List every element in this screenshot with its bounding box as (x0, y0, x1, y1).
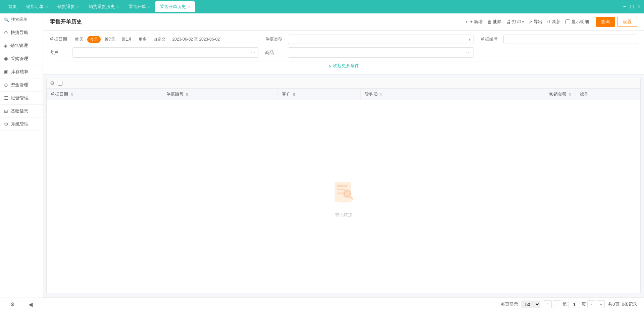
page-input[interactable]: 1 (568, 301, 580, 308)
date-opt-today[interactable]: 今天 (87, 36, 101, 43)
add-icon: ＋ (464, 19, 469, 25)
col-customer: 客户 ⇅ (278, 89, 360, 100)
add-button[interactable]: ＋ + 新增 (464, 19, 483, 25)
sidebar-item-finance-label: 资金管理 (11, 82, 28, 88)
svg-rect-2 (337, 185, 347, 187)
inventory-icon: ▣ (4, 69, 8, 74)
tab-sales-return[interactable]: 销货退货 × (53, 1, 84, 12)
tab-sales-order-label: 销售订单 (26, 4, 44, 10)
window-max-btn[interactable]: □ (630, 4, 634, 10)
sidebar-settings-btn[interactable]: ⚙ (10, 301, 15, 308)
sidebar-item-operations[interactable]: ☰ 经营管理 (0, 92, 43, 105)
bill-type-filter-group: 单据类型 ▾ (265, 35, 474, 44)
tab-retail-history-label: 零售开单历史 (160, 4, 186, 10)
sidebar-collapse-btn[interactable]: ◀ (29, 301, 33, 308)
tab-sales-return-history[interactable]: 销货退货历史 × (84, 1, 124, 12)
export-icon: ↗ (529, 19, 532, 24)
sidebar-item-finance[interactable]: ⊕ 资金管理 (0, 79, 43, 92)
tab-retail-history[interactable]: 零售开单历史 × (155, 1, 195, 12)
purchase-mgmt-icon: ◉ (4, 56, 8, 61)
first-page-btn[interactable]: « (544, 300, 552, 308)
tab-retail-open-label: 零售开单 (129, 4, 146, 10)
sidebar-item-purchase-mgmt[interactable]: ◉ 采购管理 (0, 52, 43, 65)
refresh-icon: ↺ (547, 19, 551, 24)
customer-select[interactable]: ··· (72, 47, 258, 58)
sidebar-search[interactable]: 🔍 搜索采单 (0, 13, 43, 26)
window-close-btn[interactable]: × (638, 4, 641, 10)
sidebar-item-inventory[interactable]: ▣ 库存核算 (0, 65, 43, 79)
date-range-display: 2023-06-02 至 2023-06-02 (172, 37, 219, 42)
select-all-checkbox[interactable] (58, 81, 62, 86)
col-amount: 实销金额 ⇅ (460, 89, 576, 100)
data-table: 单据日期 ⇅ 单据编号 ⇅ 客户 ⇅ 导购员 ⇅ (47, 89, 640, 100)
sidebar: 🔍 搜索采单 ⊙ 快捷导航 ◈ 销售管理 ◉ 采购管理 ▣ 库存核算 ⊕ 资金管… (0, 13, 43, 311)
sidebar-item-system-mgmt-label: 系统管理 (11, 121, 29, 127)
date-opt-yesterday[interactable]: 昨天 (72, 36, 86, 43)
tab-retail-history-close[interactable]: × (188, 4, 190, 9)
export-button[interactable]: ↗ 导出 (529, 19, 542, 25)
empty-state: 暂无数据 (47, 100, 640, 294)
query-actions: 查询 设置 (596, 17, 637, 27)
page-actions: ＋ + 新增 🗑 删除 🖨 打印 ▾ ↗ 导出 (464, 19, 589, 25)
show-detail-label: 显示明细 (572, 19, 589, 25)
collapse-toggle[interactable]: ∧ 收起更多条件 (50, 61, 637, 70)
basic-info-icon: ⊞ (4, 108, 8, 114)
date-opt-7days[interactable]: 近7天 (102, 36, 118, 43)
customer-filter-group: 客户 ··· (50, 47, 258, 58)
sidebar-item-basic-info[interactable]: ⊞ 基础信息 (0, 105, 43, 118)
sidebar-item-basic-info-label: 基础信息 (11, 108, 28, 114)
date-opt-more[interactable]: 更多 (136, 36, 149, 43)
delete-icon: 🗑 (487, 19, 492, 24)
filter-panel: 单据日期 昨天 今天 近7天 近1月 更多 自定义 2023-06-02 至 2… (43, 31, 644, 74)
content-area: 零售开单历史 ＋ + 新增 🗑 删除 🖨 打印 ▾ (43, 13, 644, 311)
refresh-label: 刷新 (552, 19, 561, 25)
tab-sales-order[interactable]: 销售订单 × (21, 1, 53, 12)
tab-home-label: 首页 (8, 4, 17, 10)
show-detail-checkbox[interactable] (565, 19, 570, 24)
col-number-label: 单据编号 (166, 92, 184, 97)
bill-type-label: 单据类型 (265, 36, 285, 42)
delete-button[interactable]: 🗑 删除 (487, 19, 502, 25)
tab-sales-order-close[interactable]: × (46, 4, 48, 9)
export-label: 导出 (534, 19, 542, 25)
col-action: 操作 (576, 89, 640, 100)
goods-select[interactable]: ··· (288, 47, 474, 58)
tab-home[interactable]: 首页 (3, 1, 21, 12)
refresh-button[interactable]: ↺ 刷新 (547, 19, 561, 25)
sidebar-item-sales-mgmt[interactable]: ◈ 销售管理 (0, 39, 43, 52)
sidebar-item-system-mgmt[interactable]: ⚙ 系统管理 (0, 118, 43, 131)
col-customer-sort-icon[interactable]: ⇅ (293, 93, 295, 96)
query-button[interactable]: 查询 (596, 17, 615, 27)
tab-sales-return-close[interactable]: × (77, 4, 79, 9)
bill-type-select[interactable]: ▾ (288, 35, 474, 44)
col-number-sort-icon[interactable]: ⇅ (186, 93, 188, 96)
col-number: 单据编号 ⇅ (162, 89, 278, 100)
sales-mgmt-icon: ◈ (4, 43, 8, 48)
tab-retail-open-close[interactable]: × (148, 4, 150, 9)
settings-button[interactable]: 设置 (617, 17, 637, 27)
window-min-btn[interactable]: − (623, 4, 626, 10)
tab-retail-open[interactable]: 零售开单 × (124, 1, 155, 12)
tab-sales-return-history-close[interactable]: × (117, 4, 119, 9)
show-detail-toggle[interactable]: 显示明细 (565, 19, 589, 25)
print-button[interactable]: 🖨 打印 ▾ (506, 19, 524, 25)
customer-dots: ··· (250, 49, 255, 56)
col-date: 单据日期 ⇅ (47, 89, 162, 100)
sidebar-item-purchase-mgmt-label: 采购管理 (11, 56, 28, 62)
goods-filter-group: 商品 ··· (265, 47, 474, 58)
col-customer-label: 客户 (282, 92, 291, 97)
per-page-select[interactable]: 50 10 20 100 (522, 301, 540, 308)
empty-icon (329, 176, 359, 206)
col-guide-sort-icon[interactable]: ⇅ (380, 93, 383, 96)
sidebar-item-quick-nav[interactable]: ⊙ 快捷导航 (0, 26, 43, 39)
col-date-sort-icon[interactable]: ⇅ (70, 93, 73, 96)
date-opt-custom[interactable]: 自定义 (151, 36, 168, 43)
date-opt-1month[interactable]: 近1月 (119, 36, 135, 43)
last-page-btn[interactable]: » (597, 300, 605, 308)
table-settings-btn[interactable]: ⚙ (50, 80, 54, 86)
col-amount-sort-icon[interactable]: ⇅ (569, 93, 572, 96)
next-page-btn[interactable]: › (587, 300, 595, 308)
bill-number-input[interactable] (503, 35, 637, 44)
prev-page-btn[interactable]: ‹ (553, 300, 561, 308)
date-options: 昨天 今天 近7天 近1月 更多 自定义 (72, 36, 168, 43)
